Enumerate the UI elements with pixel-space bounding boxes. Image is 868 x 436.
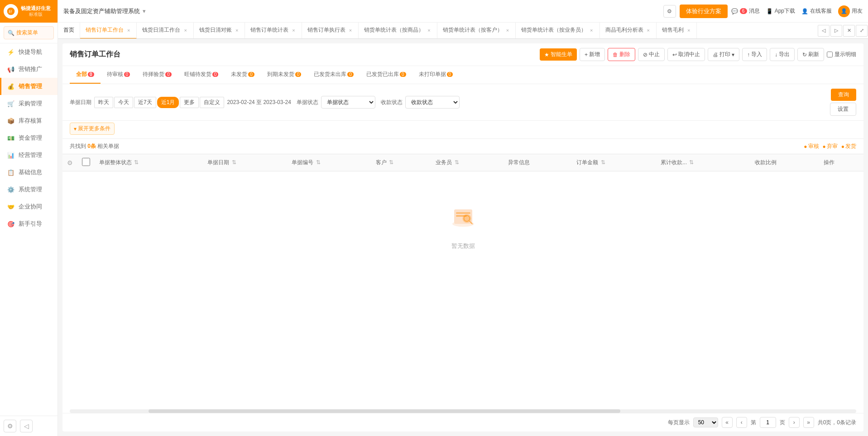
tab-money-daily[interactable]: 钱货日清工作台× — [137, 23, 193, 39]
per-page-select[interactable]: 50 100 200 — [693, 417, 718, 427]
show-detail-checkbox-label[interactable]: 显示明细 — [827, 51, 856, 58]
search-menu-button[interactable]: 🔍 搜索菜单 — [4, 26, 54, 39]
delete-button[interactable]: 🗑 删除 — [608, 48, 635, 61]
user-menu-button[interactable]: 👤 用友 — [838, 5, 863, 17]
message-button[interactable]: 💬 6 消息 — [731, 7, 760, 15]
sub-tab-all[interactable]: 全部0 — [70, 66, 101, 84]
tab-stats3[interactable]: 销货单统计表（按商品）× — [359, 23, 437, 39]
scrollbar-thumb[interactable] — [149, 409, 620, 413]
show-detail-checkbox[interactable] — [827, 52, 833, 57]
sub-tab-shipped-not-out[interactable]: 已发货未出库0 — [307, 66, 360, 84]
sidebar-item-base[interactable]: 📋基础信息 — [0, 164, 58, 181]
pagination-last-button[interactable]: » — [803, 417, 814, 428]
sub-tab-not-shipped[interactable]: 未发货0 — [225, 66, 261, 84]
filter-setting-button[interactable]: 设置 — [830, 103, 856, 116]
tab-stats1[interactable]: 销售订单统计表× — [245, 23, 302, 39]
topbar-gear-button[interactable]: ⚙ — [663, 5, 676, 18]
col-customer-sort-icon[interactable]: ⇅ — [389, 159, 393, 166]
date-btn-自定义[interactable]: 自定义 — [200, 97, 224, 108]
tab-home[interactable]: 首页 — [58, 23, 80, 39]
horizontal-scrollbar[interactable] — [70, 409, 856, 413]
refresh-button[interactable]: ↻ 刷新 — [797, 48, 824, 61]
date-btn-近1月[interactable]: 近1月 — [157, 97, 179, 108]
status-filter-select[interactable]: 单据状态 — [321, 96, 375, 109]
date-btn-昨天[interactable]: 昨天 — [94, 97, 113, 108]
sub-tab-pending-review[interactable]: 待审核0 — [101, 66, 137, 84]
tab-close-stats1[interactable]: × — [291, 27, 296, 33]
sidebar-item-purchase[interactable]: 🛒采购管理 — [0, 95, 58, 112]
col-status-sort-icon[interactable]: ⇅ — [134, 159, 139, 166]
sidebar-item-system[interactable]: ⚙️系统管理 — [0, 181, 58, 198]
tab-stats2[interactable]: 销售订单执行表× — [302, 23, 359, 39]
industry-solution-button[interactable]: 体验行业方案 — [680, 5, 728, 18]
page-number-input[interactable] — [760, 417, 776, 428]
new-button[interactable]: + 新增 — [580, 48, 605, 61]
col-received-sort-icon[interactable]: ⇅ — [689, 159, 694, 166]
tab-close-sales-workbench[interactable]: × — [126, 27, 131, 33]
tab-scroll-left-button[interactable]: ◁ — [818, 25, 830, 37]
pagination-prev-button[interactable]: ‹ — [736, 417, 747, 428]
tab-close-stats2[interactable]: × — [348, 27, 353, 33]
date-btn-今天[interactable]: 今天 — [114, 97, 133, 108]
date-btn-更多[interactable]: 更多 — [180, 97, 199, 108]
tab-close-reconcile[interactable]: × — [235, 27, 239, 33]
settings-gear-icon[interactable]: ⚙ — [4, 420, 16, 432]
pagination-first-button[interactable]: « — [722, 417, 733, 428]
table-actions: ● 审核 ● 弃审 ● 发货 — [804, 142, 856, 150]
sidebar-item-sales[interactable]: 💰销售管理 — [0, 78, 58, 95]
tab-close-stats7[interactable]: × — [686, 27, 691, 33]
sub-tab-pending-inspect[interactable]: 待择验货0 — [136, 66, 178, 84]
col-date-sort-icon[interactable]: ⇅ — [232, 159, 236, 166]
unreview-action-link[interactable]: ● 弃审 — [823, 142, 838, 150]
collapse-sidebar-button[interactable]: ◁ — [20, 420, 33, 432]
tab-close-stats6[interactable]: × — [646, 27, 651, 33]
tab-stats6[interactable]: 商品毛利分析表× — [600, 23, 657, 39]
import-button[interactable]: ↑ 导入 — [742, 48, 767, 61]
payment-filter-select[interactable]: 收款状态 — [405, 96, 460, 109]
sub-tab-not-printed[interactable]: 未打印单据0 — [412, 66, 460, 84]
column-settings-icon[interactable]: ⚙ — [67, 159, 73, 166]
title-dropdown-icon[interactable]: ▾ — [143, 8, 146, 14]
tab-stats4[interactable]: 销货单统计表（按客户）× — [437, 23, 516, 39]
tab-close-stats5[interactable]: × — [589, 27, 594, 33]
sub-tab-shop-pending[interactable]: 旺铺待发货0 — [178, 66, 225, 84]
print-button[interactable]: 🖨 打印 ▾ — [708, 48, 739, 61]
cancel-stop-button[interactable]: ↩ 取消中止 — [667, 48, 705, 61]
app-download-button[interactable]: 📱 App下载 — [766, 7, 795, 15]
sub-tab-expired-not-shipped[interactable]: 到期未发货0 — [261, 66, 308, 84]
sidebar-item-marketing[interactable]: 📢营销推广 — [0, 61, 58, 78]
export-button[interactable]: ↓ 导出 — [770, 48, 795, 61]
col-amount-sort-icon[interactable]: ⇅ — [601, 159, 605, 166]
date-btn-近7天[interactable]: 近7天 — [134, 97, 156, 108]
tab-stats5[interactable]: 销货单统计表（按业务员）× — [516, 23, 599, 39]
online-service-button[interactable]: 👤 在线客服 — [801, 7, 832, 15]
sidebar-item-cooperation[interactable]: 🤝企业协同 — [0, 198, 58, 215]
select-all-checkbox[interactable] — [82, 158, 90, 166]
tab-close-stats4[interactable]: × — [505, 27, 510, 33]
sub-tab-shipped-out[interactable]: 已发货已出库0 — [360, 66, 412, 84]
col-number-sort-icon[interactable]: ⇅ — [316, 159, 321, 166]
expand-filter-button[interactable]: ▾ 展开更多条件 — [70, 123, 115, 135]
tab-sales-workbench[interactable]: 销售订单工作台× — [80, 23, 137, 39]
review-action-link[interactable]: ● 审核 — [804, 142, 819, 150]
pagination-next-button[interactable]: › — [789, 417, 800, 428]
tab-stats7[interactable]: 销售毛利× — [657, 23, 697, 39]
page-suffix-label: 页 — [780, 419, 785, 427]
tab-reconcile[interactable]: 钱货日清对账× — [194, 23, 245, 39]
sidebar-item-shortcut[interactable]: ⚡快捷导航 — [0, 43, 58, 61]
tab-maximize-button[interactable]: ⤢ — [856, 25, 868, 37]
sidebar-item-finance[interactable]: 💵资金管理 — [0, 129, 58, 147]
sidebar-item-operations[interactable]: 📊经营管理 — [0, 147, 58, 164]
sidebar-item-guide[interactable]: 🎯新手引导 — [0, 215, 58, 232]
tab-scroll-right-button[interactable]: ▷ — [830, 25, 842, 37]
query-button[interactable]: 查询 — [831, 89, 856, 101]
tab-close-stats3[interactable]: × — [427, 27, 431, 33]
smart-create-button[interactable]: ★ 智能生单 — [540, 48, 577, 61]
col-received-label: 累计收款... — [661, 159, 687, 166]
tab-close-money-daily[interactable]: × — [183, 27, 187, 33]
stop-button[interactable]: ⊘ 中止 — [638, 48, 665, 61]
sidebar-item-inventory[interactable]: 📦库存核算 — [0, 112, 58, 129]
tab-close-all-button[interactable]: ✕ — [843, 25, 855, 37]
ship-action-link[interactable]: ● 发货 — [841, 142, 856, 150]
col-salesperson-sort-icon[interactable]: ⇅ — [455, 159, 459, 166]
